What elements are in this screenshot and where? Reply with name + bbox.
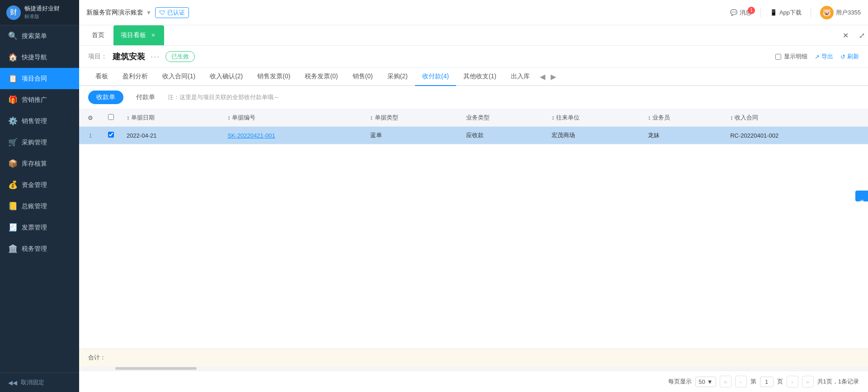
table-row[interactable]: 1 2022-04-21 SK-20220421-001 蓝单 应收款 宏茂商场…: [79, 127, 868, 144]
app-download-label: App下载: [779, 9, 802, 17]
td-checkbox[interactable]: [102, 127, 120, 144]
sidebar-item-marketing[interactable]: 🎁营销推广: [0, 89, 79, 110]
td-salesman: 龙妹: [642, 127, 724, 144]
table-container[interactable]: ⚙ ↕ 单据日期 ↕ 单据编号 ↕ 单据类型 业务类型: [79, 109, 868, 349]
sub-tab-kanban[interactable]: 看板: [88, 68, 115, 86]
sales-icon: ⚙️: [8, 116, 17, 126]
sidebar-item-search[interactable]: 🔍搜索菜单: [0, 25, 79, 47]
th-partner[interactable]: ↕ 往来单位: [545, 109, 642, 127]
project-status-badge: 已生效: [165, 51, 195, 62]
sidebar-item-tax[interactable]: 🏛️税务管理: [0, 238, 79, 259]
payment-btn[interactable]: 付款单: [128, 91, 163, 104]
close-button[interactable]: ✕: [839, 29, 852, 42]
th-checkbox[interactable]: [102, 109, 120, 127]
show-detail-checkbox[interactable]: 显示明细: [775, 53, 807, 61]
project-more-button[interactable]: ···: [151, 52, 160, 62]
sidebar-item-inventory[interactable]: 📦库存核算: [0, 153, 79, 174]
sidebar-item-sales[interactable]: ⚙️销售管理: [0, 110, 79, 132]
sidebar-item-quicknav[interactable]: 🏠快捷导航: [0, 47, 79, 68]
tab-home[interactable]: 首页: [85, 25, 112, 45]
sub-tab-warehouse[interactable]: 出入库: [504, 68, 537, 86]
sidebar-nav: 🔍搜索菜单🏠快捷导航📋项目合同🎁营销推广⚙️销售管理🛒采购管理📦库存核算💰资金管…: [0, 25, 79, 373]
page-suffix: 页: [777, 378, 783, 386]
sidebar-item-project[interactable]: 📋项目合同: [0, 68, 79, 89]
sub-tab-tax-invoice[interactable]: 税务发票(0): [297, 68, 345, 86]
select-all-checkbox[interactable]: [108, 114, 114, 120]
th-type[interactable]: ↕ 单据类型: [364, 109, 460, 127]
next-page-button[interactable]: ›: [787, 376, 798, 387]
account-selector[interactable]: 新服务官网演示账套 ▼: [86, 9, 151, 17]
receipt-btn[interactable]: 收款单: [88, 91, 123, 104]
search-icon: 🔍: [8, 31, 17, 41]
th-salesman[interactable]: ↕ 业务员: [642, 109, 724, 127]
window-controls: ✕ ⤢: [839, 29, 868, 42]
td-income-contract: RC-20220401-002: [724, 127, 868, 144]
project-prefix: 项目：: [88, 53, 107, 61]
app-download-button[interactable]: 📱 App下载: [770, 9, 802, 17]
sidebar-item-invoice[interactable]: 🧾发票管理: [0, 217, 79, 238]
sidebar-item-label-invoice: 发票管理: [22, 224, 47, 232]
refresh-label: 刷新: [847, 53, 859, 61]
sub-tab-profit[interactable]: 盈利分析: [115, 68, 155, 86]
scroll-bar-row[interactable]: [79, 366, 868, 371]
sidebar-item-capital[interactable]: 💰资金管理: [0, 174, 79, 196]
message-icon: 💬: [730, 9, 737, 16]
th-number[interactable]: ↕ 单据编号: [221, 109, 363, 127]
scroll-thumb[interactable]: [115, 367, 197, 370]
sub-nav-right-arrow[interactable]: ▶: [548, 71, 559, 83]
current-page[interactable]: 1: [760, 377, 774, 387]
project-icon: 📋: [8, 74, 17, 83]
maximize-button[interactable]: ⤢: [855, 29, 868, 42]
document-link[interactable]: SK-20220421-001: [227, 132, 275, 139]
sidebar-item-purchase[interactable]: 🛒采购管理: [0, 132, 79, 153]
th-partner-label: ↕ 往来单位: [552, 114, 580, 121]
sub-tab-income-contract[interactable]: 收入合同(1): [155, 68, 203, 86]
tab-project-board[interactable]: 项目看板 ✕: [113, 25, 164, 45]
sidebar-item-ledger[interactable]: 📒总账管理: [0, 196, 79, 217]
th-date[interactable]: ↕ 单据日期: [120, 109, 221, 127]
td-number[interactable]: SK-20220421-001: [221, 127, 363, 144]
th-income-contract[interactable]: ↕ 收入合同: [724, 109, 868, 127]
refresh-button[interactable]: ↺ 刷新: [840, 53, 859, 61]
first-page-button[interactable]: «: [720, 376, 731, 387]
export-icon: ↗: [815, 53, 820, 60]
sub-tab-receipt[interactable]: 收付款(4): [415, 68, 456, 86]
project-header: 项目： 建筑安装 ··· 已生效 显示明细 ↗ 导出 ↺ 刷新: [79, 46, 868, 68]
sub-tab-other-expense[interactable]: 其他收支(1): [456, 68, 504, 86]
page-size-select[interactable]: 50 ▼: [695, 377, 716, 387]
td-type: 蓝单: [364, 127, 460, 144]
show-detail-input[interactable]: [775, 54, 781, 60]
td-num: 1: [79, 127, 102, 144]
sidebar-item-label-search: 搜索菜单: [22, 32, 47, 40]
th-number-label: ↕ 单据编号: [227, 114, 255, 121]
prev-page-button[interactable]: ‹: [735, 376, 747, 387]
export-button[interactable]: ↗ 导出: [815, 53, 833, 61]
user-profile[interactable]: 🐷 用户3355: [820, 6, 861, 19]
sidebar-item-label-inventory: 库存核算: [22, 160, 47, 168]
marketing-icon: 🎁: [8, 95, 17, 105]
tab-close-icon[interactable]: ✕: [150, 32, 157, 39]
sub-tab-sales[interactable]: 销售(0): [345, 68, 380, 86]
section-bar: 收款单 付款单 注：这里是与项目关联的全部收付款单哦～: [79, 86, 868, 109]
sidebar-footer[interactable]: ◀◀ 取消固定: [0, 373, 79, 392]
sub-tab-income-confirm[interactable]: 收入确认(2): [203, 68, 250, 86]
message-button[interactable]: 💬 消息 1: [730, 9, 751, 17]
show-detail-label: 显示明细: [784, 53, 807, 61]
sub-nav-left-arrow[interactable]: ◀: [537, 71, 548, 83]
sub-tab-purchase[interactable]: 采购(2): [380, 68, 415, 86]
th-type-label: ↕ 单据类型: [370, 114, 398, 121]
row-checkbox[interactable]: [108, 132, 114, 138]
page-size-label: 每页显示: [668, 378, 692, 386]
pagination: 每页显示 50 ▼ « ‹ 第 1 页 › » 共1页，1条记录: [79, 371, 868, 392]
float-speed-query-button[interactable]: 速查: [855, 191, 868, 201]
th-biztype: 业务类型: [460, 109, 545, 127]
sub-tab-sales-invoice[interactable]: 销售发票(0): [250, 68, 297, 86]
th-gear[interactable]: ⚙: [79, 109, 102, 127]
last-page-button[interactable]: »: [802, 376, 814, 387]
sidebar-item-label-tax: 税务管理: [22, 245, 47, 253]
user-avatar: 🐷: [820, 6, 834, 19]
th-date-label: ↕ 单据日期: [127, 114, 155, 121]
total-info: 共1页，1条记录: [817, 378, 859, 386]
divider2: [811, 8, 811, 17]
tabbar: 首页 项目看板 ✕ ✕ ⤢: [79, 25, 868, 46]
